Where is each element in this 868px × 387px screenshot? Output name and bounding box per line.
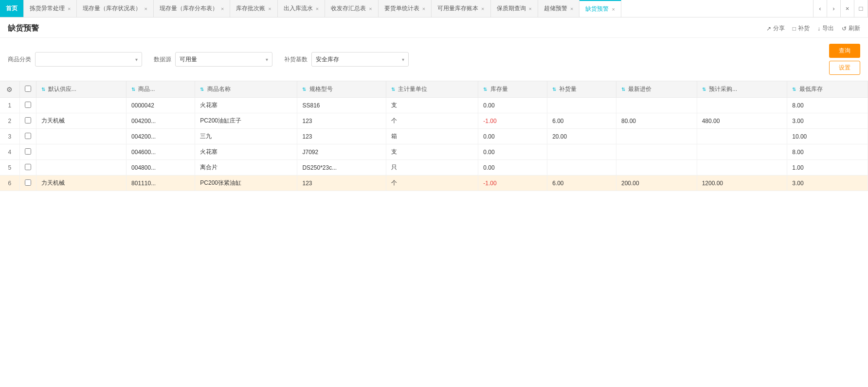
row-spec-3: J7092 [297, 144, 386, 160]
refresh-label: 刷新 [849, 24, 860, 33]
category-label: 商品分类 [8, 55, 31, 64]
row-num-5: 6 [0, 176, 19, 191]
category-select[interactable]: ▾ [35, 52, 142, 67]
share-button[interactable]: ↗ 分享 [766, 24, 785, 33]
tab-item-1[interactable]: 拣货异常处理× [24, 0, 77, 17]
table-gear-icon[interactable]: ⚙ [6, 86, 13, 93]
replenish-sort-icon: ⇅ [552, 87, 556, 92]
tab-close-10[interactable]: × [570, 6, 573, 12]
row-min-stock-4: 1.00 [787, 160, 868, 176]
tab-close-6[interactable]: × [369, 6, 372, 12]
tab-close-8[interactable]: × [481, 6, 484, 12]
row-product-name-3: 火花塞 [195, 144, 297, 160]
row-product-code-0: 0000042 [127, 98, 195, 113]
tab-item-3[interactable]: 现存量（库存分布表）× [154, 0, 230, 17]
estimated-purchase-sort-icon: ⇅ [702, 87, 706, 92]
tab-item-4[interactable]: 库存批次账× [230, 0, 277, 17]
row-product-code-4: 004800... [127, 160, 195, 176]
replenish-base-value: 安全库存 [316, 55, 339, 64]
tab-item-9[interactable]: 保质期查询× [491, 0, 538, 17]
row-product-name-4: 离合片 [195, 160, 297, 176]
tab-close-9[interactable]: × [529, 6, 532, 12]
tab-close-7[interactable]: × [422, 6, 425, 12]
row-spec-1: 123 [297, 113, 386, 129]
row-num-4: 5 [0, 160, 19, 176]
tab-item-2[interactable]: 现存量（库存状况表）× [77, 0, 153, 17]
datasource-dropdown-icon: ▾ [266, 57, 268, 62]
tab-close-2[interactable]: × [144, 6, 147, 12]
row-latest-price-5: 200.00 [616, 176, 697, 191]
row-spec-2: 123 [297, 129, 386, 144]
settings-button[interactable]: 设置 [829, 61, 860, 75]
row-min-stock-5: 3.00 [787, 176, 868, 191]
tab-close-all-button[interactable]: × [841, 0, 854, 17]
row-select-5[interactable] [25, 179, 31, 186]
th-product-code-label: 商品... [138, 86, 155, 92]
row-select-3[interactable] [25, 148, 31, 155]
row-product-name-2: 三九 [195, 129, 297, 144]
row-select-2[interactable] [25, 133, 31, 139]
row-checkbox-1 [19, 113, 36, 129]
row-checkbox-5 [19, 176, 36, 191]
th-min-stock-label: 最低库存 [799, 86, 823, 92]
row-unit-1: 个 [386, 113, 478, 129]
th-spec: ⇅ 规格型号 [297, 81, 386, 98]
row-stock-1: -1.00 [478, 113, 547, 129]
action-buttons: 查询 设置 [829, 44, 860, 75]
page-content: 缺货预警 ↗ 分享 □ 补货 ↓ 导出 ↺ 刷新 商品分类 [0, 18, 868, 387]
tab-close-3[interactable]: × [221, 6, 224, 12]
tab-bar: 首页拣货异常处理×现存量（库存状况表）×现存量（库存分布表）×库存批次账×出入库… [0, 0, 868, 18]
supplier-sort-icon: ⇅ [41, 87, 45, 92]
row-select-1[interactable] [25, 117, 31, 123]
tab-item-10[interactable]: 超储预警× [538, 0, 579, 17]
export-label: 导出 [822, 24, 834, 33]
row-latest-price-2 [616, 129, 697, 144]
replenish-button[interactable]: □ 补货 [793, 24, 810, 33]
tab-maximize-button[interactable]: □ [854, 0, 868, 17]
replenish-base-select[interactable]: 安全库存 ▾ [311, 52, 409, 67]
tab-next-button[interactable]: › [827, 0, 841, 17]
row-stock-3: 0.00 [478, 144, 547, 160]
replenish-base-dropdown-icon: ▾ [402, 57, 404, 62]
row-unit-5: 个 [386, 176, 478, 191]
row-estimated-purchase-4 [697, 160, 787, 176]
tab-close-5[interactable]: × [316, 6, 319, 12]
tab-close-11[interactable]: × [612, 6, 615, 12]
row-checkbox-0 [19, 98, 36, 113]
refresh-icon: ↺ [842, 25, 847, 32]
row-select-0[interactable] [25, 102, 31, 108]
row-estimated-purchase-2 [697, 129, 787, 144]
row-min-stock-0: 8.00 [787, 98, 868, 113]
tab-label-5: 出入库流水 [284, 4, 313, 13]
datasource-select[interactable]: 可用量 ▾ [175, 52, 272, 67]
row-select-4[interactable] [25, 164, 31, 170]
select-all-checkbox[interactable] [25, 86, 31, 92]
row-product-code-3: 004600... [127, 144, 195, 160]
tab-close-1[interactable]: × [68, 6, 71, 12]
row-unit-2: 箱 [386, 129, 478, 144]
tab-close-4[interactable]: × [268, 6, 271, 12]
row-estimated-purchase-3 [697, 144, 787, 160]
replenish-icon: □ [793, 25, 796, 32]
tab-item-6[interactable]: 收发存汇总表× [325, 0, 378, 17]
export-button[interactable]: ↓ 导出 [817, 24, 834, 33]
row-min-stock-3: 8.00 [787, 144, 868, 160]
tab-item-0[interactable]: 首页 [0, 0, 24, 17]
row-replenish-5: 6.00 [547, 176, 616, 191]
tab-item-8[interactable]: 可用量库存账本× [432, 0, 490, 17]
share-label: 分享 [773, 24, 785, 33]
tab-prev-button[interactable]: ‹ [814, 0, 827, 17]
tab-item-5[interactable]: 出入库流水× [278, 0, 325, 17]
refresh-button[interactable]: ↺ 刷新 [842, 24, 860, 33]
tab-item-11[interactable]: 缺货预警× [579, 0, 621, 17]
tab-item-7[interactable]: 要货单统计表× [379, 0, 432, 17]
query-button[interactable]: 查询 [829, 44, 860, 58]
row-replenish-0 [547, 98, 616, 113]
row-product-code-5: 801110... [127, 176, 195, 191]
row-replenish-4 [547, 160, 616, 176]
tab-label-11: 缺货预警 [585, 5, 609, 13]
row-product-name-0: 火花塞 [195, 98, 297, 113]
row-spec-0: SS816 [297, 98, 386, 113]
export-icon: ↓ [817, 25, 820, 32]
filter-row: 商品分类 ▾ 数据源 可用量 ▾ 补货基数 安全库存 ▾ 查询 设置 [0, 38, 868, 81]
